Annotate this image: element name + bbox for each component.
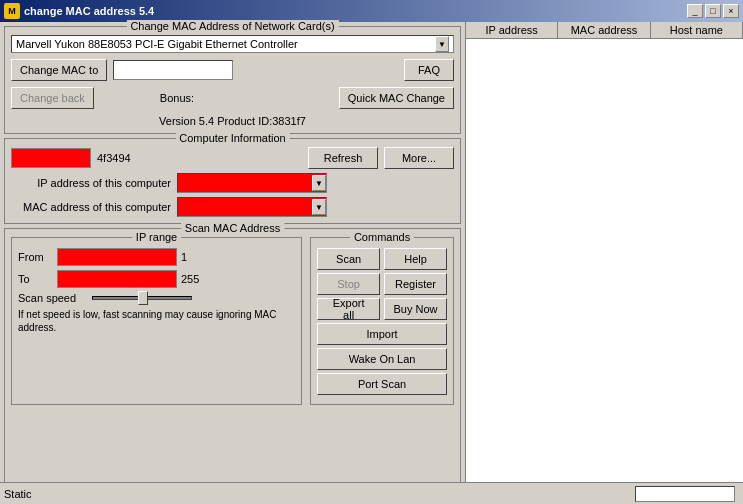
faq-button[interactable]: FAQ <box>404 59 454 81</box>
scan-note: If net speed is low, fast scanning may c… <box>18 308 295 334</box>
status-input[interactable] <box>635 486 735 502</box>
wake-on-lan-button[interactable]: Wake On Lan <box>317 348 447 370</box>
title-bar-left: M change MAC address 5.4 <box>4 3 154 19</box>
from-label: From <box>18 251 53 263</box>
ip-label: IP address of this computer <box>11 177 171 189</box>
scan-speed-label: Scan speed <box>18 292 88 304</box>
to-row: To 255 <box>18 270 295 288</box>
nic-section: Marvell Yukon 88E8053 PCI-E Gigabit Ethe… <box>11 35 454 127</box>
version-row: Version 5.4 Product ID:3831f7 <box>11 115 454 127</box>
left-panel: Change MAC Address of Network Card(s) Ma… <box>0 22 465 504</box>
refresh-button[interactable]: Refresh <box>308 147 378 169</box>
status-label: Static <box>4 488 32 500</box>
ip-address-column: IP address <box>466 22 558 38</box>
computer-info: 4f3494 Refresh More... IP address of thi… <box>11 147 454 217</box>
computer-name-label: 4f3494 <box>97 152 131 164</box>
ip-dropdown[interactable]: ▼ <box>177 173 327 193</box>
mac-dropdown[interactable]: ▼ <box>177 197 327 217</box>
scan-group-title: Scan MAC Address <box>181 222 284 234</box>
import-button[interactable]: Import <box>317 323 447 345</box>
from-ip-input[interactable] <box>57 248 177 266</box>
from-row: From 1 <box>18 248 295 266</box>
computer-name-display <box>11 148 91 168</box>
window-title: change MAC address 5.4 <box>24 5 154 17</box>
stop-register-row: Stop Register <box>317 273 447 295</box>
export-all-button[interactable]: Export all <box>317 298 380 320</box>
right-panel-header: IP address MAC address Host name <box>466 22 743 39</box>
status-bar: Static <box>0 482 743 504</box>
to-ip-input[interactable] <box>57 270 177 288</box>
app-icon: M <box>4 3 20 19</box>
ip-range-box: IP range From 1 To 255 Scan speed <box>11 237 302 405</box>
commands-title: Commands <box>350 231 414 243</box>
nic-selected-value: Marvell Yukon 88E8053 PCI-E Gigabit Ethe… <box>16 38 298 50</box>
mac-label: MAC address of this computer <box>11 201 171 213</box>
ip-range-title: IP range <box>132 231 181 243</box>
scan-speed-slider[interactable] <box>92 296 192 300</box>
bonus-label: Bonus: <box>160 92 194 104</box>
help-button[interactable]: Help <box>384 248 447 270</box>
quick-mac-button[interactable]: Quick MAC Change <box>339 87 454 109</box>
commands-box: Commands Scan Help Stop Register Export … <box>310 237 454 405</box>
computer-info-title: Computer Information <box>175 132 289 144</box>
nic-group-title: Change MAC Address of Network Card(s) <box>126 20 338 32</box>
host-name-column: Host name <box>651 22 743 38</box>
wake-on-lan-row: Wake On Lan <box>317 348 447 370</box>
stop-button[interactable]: Stop <box>317 273 380 295</box>
right-panel-content <box>466 39 743 504</box>
mac-dropdown-arrow: ▼ <box>312 199 326 215</box>
scan-button[interactable]: Scan <box>317 248 380 270</box>
to-label: To <box>18 273 53 285</box>
title-bar: M change MAC address 5.4 _ □ × <box>0 0 743 22</box>
more-button[interactable]: More... <box>384 147 454 169</box>
slider-thumb[interactable] <box>138 291 148 305</box>
nic-dropdown[interactable]: Marvell Yukon 88E8053 PCI-E Gigabit Ethe… <box>11 35 454 53</box>
scan-group-box: Scan MAC Address IP range From 1 To 255 <box>4 228 461 500</box>
version-label: Version 5.4 Product ID:3831f7 <box>159 115 306 127</box>
from-suffix: 1 <box>181 251 187 263</box>
nic-group-box: Change MAC Address of Network Card(s) Ma… <box>4 26 461 134</box>
ip-dropdown-arrow: ▼ <box>312 175 326 191</box>
mac-address-column: MAC address <box>558 22 650 38</box>
port-scan-button[interactable]: Port Scan <box>317 373 447 395</box>
port-scan-row: Port Scan <box>317 373 447 395</box>
close-button[interactable]: × <box>723 4 739 18</box>
register-button[interactable]: Register <box>384 273 447 295</box>
scan-help-row: Scan Help <box>317 248 447 270</box>
nic-dropdown-arrow: ▼ <box>435 36 449 52</box>
change-mac-to-button[interactable]: Change MAC to <box>11 59 107 81</box>
maximize-button[interactable]: □ <box>705 4 721 18</box>
right-panel: IP address MAC address Host name <box>465 22 743 504</box>
export-buy-row: Export all Buy Now <box>317 298 447 320</box>
minimize-button[interactable]: _ <box>687 4 703 18</box>
import-row: Import <box>317 323 447 345</box>
mac-input[interactable] <box>113 60 233 80</box>
window-content: Change MAC Address of Network Card(s) Ma… <box>0 22 743 504</box>
to-suffix: 255 <box>181 273 199 285</box>
scan-section: IP range From 1 To 255 Scan speed <box>11 237 454 405</box>
change-back-button[interactable]: Change back <box>11 87 94 109</box>
buy-now-button[interactable]: Buy Now <box>384 298 447 320</box>
computer-info-group: Computer Information 4f3494 Refresh More… <box>4 138 461 224</box>
scan-speed-row: Scan speed <box>18 292 295 304</box>
window-controls: _ □ × <box>687 4 739 18</box>
